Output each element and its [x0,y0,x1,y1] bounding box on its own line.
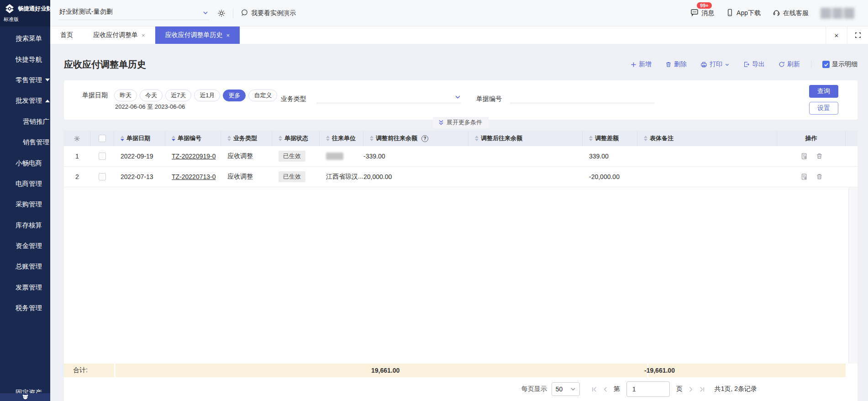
delete-row-icon[interactable] [816,153,823,160]
column-settings-gear-icon[interactable] [64,131,90,146]
chevron-down-icon [570,386,576,392]
cell-date: 2022-09-19 [114,153,165,160]
row-checkbox[interactable] [99,153,106,160]
close-icon[interactable]: × [142,32,145,39]
table-row[interactable]: 2 2022-07-13 TZ-20220713-0 应收调整 已生效 江西省琼… [64,167,857,187]
row-number: 2 [64,173,90,180]
export-icon [743,61,750,68]
assistant-bar[interactable] [0,393,50,401]
sort-icons[interactable] [172,136,175,141]
sidebar-item-funds[interactable]: 资金管理 [0,236,50,256]
last-page-icon[interactable] [699,386,705,393]
delete-row-icon[interactable] [816,173,823,180]
account-name: 好业财测试-量勿删 [59,8,113,16]
pill-last1month[interactable]: 近1月 [194,90,220,101]
biztype-label: 业务类型 [281,95,306,103]
sort-icons[interactable] [644,136,647,141]
gear-icon[interactable] [217,9,226,17]
toolbar: 新增 删除 打印 导出 刷新 [631,60,857,69]
account-selector[interactable]: 好业财测试-量勿删 [58,6,209,20]
per-page-select[interactable]: 50 [552,382,580,396]
sidebar-item-xiaochang-ecom[interactable]: 小畅电商 [0,153,50,173]
column-header-remark[interactable]: 表体备注 [637,131,777,146]
column-header-before-balance[interactable]: 调整前往来余额 ? [363,131,468,146]
pill-custom[interactable]: 自定义 [248,90,277,101]
close-icon[interactable]: × [226,32,230,39]
demo-link[interactable]: 我要看实例演示 [241,9,296,18]
fullscreen-icon[interactable] [847,26,868,44]
column-header-after-balance[interactable]: 调整后往来余额 [468,131,583,146]
app-download-button[interactable]: App下载 [726,9,761,18]
delete-button[interactable]: 删除 [665,60,687,69]
online-support-button[interactable]: 在线客服 [773,9,809,18]
date-range-value[interactable]: 2022-06-06 至 2023-06-06 [115,103,277,111]
pill-more[interactable]: 更多 [223,90,246,101]
show-detail-checkbox[interactable]: 显示明细 [822,60,857,69]
biztype-select[interactable] [316,91,461,103]
doc-no-link[interactable]: TZ-20220713-0 [172,173,216,180]
sidebar-item-search-menu[interactable]: 搜索菜单 [0,28,50,49]
assistant-icon [22,393,29,401]
prev-page-icon[interactable] [602,386,609,393]
settings-button[interactable]: 设置 [809,102,838,115]
sidebar-item-quick-nav[interactable]: 快捷导航 [0,49,50,69]
view-detail-icon[interactable] [800,153,808,160]
view-detail-icon[interactable] [800,173,808,180]
pill-yesterday[interactable]: 昨天 [114,90,137,101]
pill-last7days[interactable]: 近7天 [165,90,191,101]
column-header-date[interactable]: 单据日期 [114,131,165,146]
table-scrollbar[interactable] [848,187,857,364]
sort-icons[interactable] [475,136,479,141]
sidebar-item-tax[interactable]: 税务管理 [0,298,50,318]
sort-icons[interactable] [589,136,593,141]
column-header-status[interactable]: 单据状态 [272,131,320,146]
messages-button[interactable]: 99+ 消息 [690,8,714,18]
tab-home[interactable]: 首页 [50,26,83,44]
user-name-blurred[interactable] [821,8,854,19]
add-button[interactable]: 新增 [631,60,652,69]
sidebar-item-wholesale[interactable]: 批发管理 [0,90,50,111]
sort-icons[interactable] [227,136,231,141]
sort-icons[interactable] [279,136,282,141]
column-header-docno[interactable]: 单据编号 [165,131,221,146]
sidebar-item-ledger[interactable]: 总账管理 [0,256,50,277]
doc-no-link[interactable]: TZ-20220919-0 [172,153,216,160]
sidebar-item-retail[interactable]: 零售管理 [0,70,50,90]
next-page-icon[interactable] [687,386,694,393]
pill-today[interactable]: 今天 [140,90,163,101]
printer-icon [700,61,707,68]
sidebar-item-ecommerce[interactable]: 电商管理 [0,174,50,194]
chevron-down-icon [725,62,730,67]
print-button[interactable]: 打印 [700,60,730,69]
demo-icon [241,9,248,18]
row-checkbox[interactable] [99,173,106,180]
expand-more-conditions[interactable]: 展开更多条件 [433,117,489,128]
column-header-biztype[interactable]: 业务类型 [221,131,272,146]
table-row[interactable]: 1 2022-09-19 TZ-20220919-0 应收调整 已生效 -339… [64,146,857,167]
tab-adjustment-history[interactable]: 应收应付调整单历史× [155,26,240,44]
column-header-diff[interactable]: 调整差额 [583,131,637,146]
sidebar-item-inventory[interactable]: 库存核算 [0,215,50,236]
sort-icons[interactable] [121,136,124,141]
sidebar: 畅捷通好业财 标准版 搜索菜单 快捷导航 零售管理 批发管理 营销推广 销售管理… [0,0,50,401]
select-all-checkbox[interactable] [99,135,106,142]
help-icon[interactable]: ? [421,135,428,142]
sidebar-item-sales[interactable]: 销售管理 [0,132,50,153]
search-button[interactable]: 查询 [809,85,838,98]
export-button[interactable]: 导出 [743,60,765,69]
first-page-icon[interactable] [591,386,598,393]
sidebar-item-purchase[interactable]: 采购管理 [0,194,50,215]
divider [811,60,811,69]
tab-adjustment-doc[interactable]: 应收应付调整单× [83,26,155,44]
column-header-partner[interactable]: 往来单位 [320,131,363,146]
sidebar-item-invoice[interactable]: 发票管理 [0,277,50,298]
column-header-action: 操作 [777,131,846,146]
totals-row: 合计: 19,661.00 -19,661.00 [64,364,857,377]
sort-icons[interactable] [326,136,330,141]
page-number-input[interactable]: 1 [626,381,670,397]
refresh-button[interactable]: 刷新 [779,60,800,69]
close-page-icon[interactable]: × [826,26,847,44]
docno-input[interactable] [510,91,654,103]
sort-icons[interactable] [370,136,374,141]
sidebar-item-marketing[interactable]: 营销推广 [0,111,50,132]
